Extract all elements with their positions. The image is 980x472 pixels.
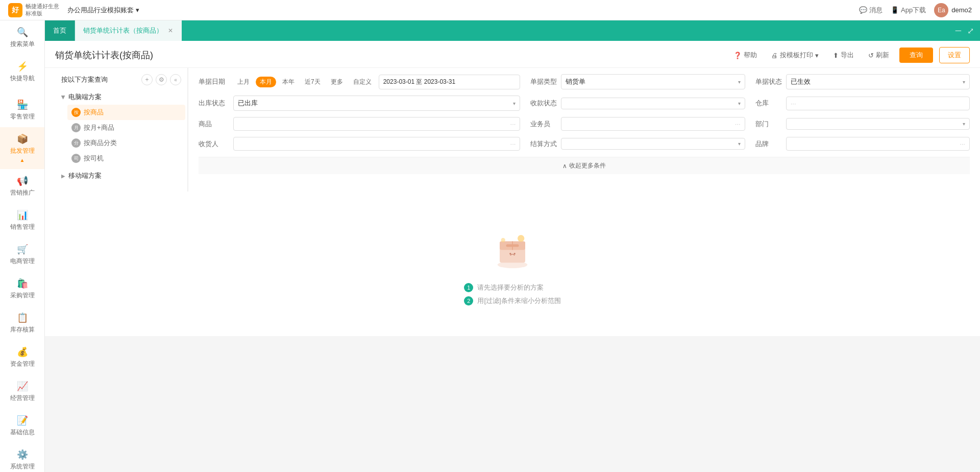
settings-button[interactable]: 设置: [939, 47, 970, 63]
docstatus-chevron-icon: ▾: [963, 79, 965, 85]
sidebar-item-basic[interactable]: 📝 基础信息: [0, 409, 44, 443]
date-pill-this-month[interactable]: 本月: [256, 77, 276, 87]
purchase-icon: 🛍️: [17, 278, 28, 289]
date-range-control[interactable]: 2023-03-01 至 2023-03-31: [379, 75, 521, 89]
basic-icon: 📝: [17, 415, 28, 426]
help-button[interactable]: ❓ 帮助: [729, 49, 761, 62]
sidebar-item-sales[interactable]: 📊 销售管理: [0, 203, 44, 238]
docstatus-control[interactable]: 已生效 ▾: [786, 74, 970, 89]
scheme-settings-button[interactable]: ⚙: [156, 74, 167, 85]
header-actions: ❓ 帮助 🖨 按模板打印 ▾ ⬆ 导出 ↺: [729, 47, 970, 63]
empty-hint-1: 1 请先选择要分析的方案: [464, 283, 560, 292]
download-action[interactable]: 📱 App下载: [891, 6, 926, 15]
brand-input[interactable]: ···: [786, 137, 970, 151]
chevron-down-icon: ▾: [136, 6, 139, 14]
scheme-panel: 按以下方案查询 + ⚙ «: [55, 68, 188, 192]
app-selector[interactable]: 办公用品行业模拟账套 ▾: [63, 4, 143, 17]
tree-child-by-driver[interactable]: 司 按司机: [67, 151, 185, 166]
sales-icon: 📊: [17, 209, 28, 221]
sidebar-item-inventory[interactable]: 📋 库存核算: [0, 306, 44, 340]
tree-child-label-driver: 按司机: [84, 154, 104, 163]
scheme-add-button[interactable]: +: [141, 74, 153, 85]
export-button[interactable]: ⬆ 导出: [829, 49, 858, 62]
goods-input[interactable]: ···: [233, 117, 520, 131]
tab-home[interactable]: 首页: [45, 20, 75, 41]
date-pill-last-month[interactable]: 上月: [233, 77, 254, 87]
filter-field-docstatus: 单据状态 已生效 ▾: [755, 74, 970, 89]
sidebar-item-finance[interactable]: 💰 资金管理: [0, 340, 44, 374]
settle-label: 结算方式: [530, 139, 561, 149]
sidebar-label-operations: 经营管理: [10, 394, 35, 403]
collapse-more-button[interactable]: ∧ 收起更多条件: [199, 157, 970, 174]
dept-chevron-icon: ▾: [963, 121, 965, 127]
scheme-month-icon: 月: [71, 123, 81, 132]
tree-parent-label-mobile: 移动端方案: [68, 171, 102, 180]
collect-control[interactable]: ▾: [561, 98, 745, 109]
filter-field-brand: 品牌 ···: [755, 137, 970, 151]
date-label: 单据日期: [199, 77, 229, 86]
sidebar-item-wholesale[interactable]: 📦 批发管理 ▲: [0, 127, 44, 169]
empty-hints: 1 请先选择要分析的方案 2 用[过滤]条件来缩小分析范围: [464, 283, 560, 305]
consignee-input[interactable]: ···: [233, 137, 520, 151]
scheme-collapse-button[interactable]: «: [170, 74, 181, 85]
filter-field-collect: 收款状态 ▾: [530, 98, 745, 109]
tree-child-by-category[interactable]: 分 按商品分类: [67, 135, 185, 151]
collect-chevron-icon: ▾: [738, 101, 741, 106]
dept-control[interactable]: ▾: [786, 118, 970, 130]
hint-text-2: 用[过滤]条件来缩小分析范围: [477, 296, 560, 305]
sidebar-item-system[interactable]: ⚙️ 系统管理: [0, 443, 44, 472]
brand-dots: ···: [960, 140, 965, 148]
sidebar-label-finance: 资金管理: [10, 360, 35, 368]
tree-child-by-goods[interactable]: 按 按商品: [67, 105, 185, 120]
tab-maximize-icon[interactable]: ⤢: [965, 24, 976, 38]
tab-close-icon[interactable]: ✕: [168, 27, 173, 34]
doctype-label: 单据类型: [530, 77, 561, 86]
print-icon: 🖨: [771, 52, 778, 59]
hint-num-2: 2: [464, 296, 473, 305]
date-pill-more[interactable]: 更多: [327, 77, 347, 87]
sidebar-item-operations[interactable]: 📈 经营管理: [0, 374, 44, 409]
doctype-control[interactable]: 销货单 ▾: [561, 74, 745, 89]
tree-parent-desktop[interactable]: ▶ 电脑端方案: [57, 89, 185, 105]
ecommerce-icon: 🛒: [17, 244, 28, 255]
page-title: 销货单统计计表(按商品): [55, 49, 153, 61]
message-icon: 💬: [859, 6, 867, 14]
query-button[interactable]: 查询: [899, 48, 933, 63]
sidebar-item-marketing[interactable]: 📢 营销推广: [0, 169, 44, 203]
sidebar-item-quicknav[interactable]: ⚡ 快捷导航: [0, 55, 44, 89]
stock-control[interactable]: 已出库 ▾: [233, 96, 520, 111]
date-range-value: 2023-03-01 至 2023-03-31: [383, 78, 455, 86]
tab-sales-stats[interactable]: 销货单统计计表（按商品） ✕: [75, 20, 182, 41]
refresh-button[interactable]: ↺ 刷新: [864, 49, 893, 62]
warehouse-control[interactable]: ···: [786, 97, 970, 110]
date-pill-7days[interactable]: 近7天: [301, 77, 325, 87]
sidebar-item-search[interactable]: 🔍 搜索菜单: [0, 20, 44, 55]
tab-minimize-icon[interactable]: ─: [953, 24, 963, 37]
logo-text: 畅捷通好生意 标准版: [26, 3, 59, 16]
message-action[interactable]: 💬 消息: [859, 6, 883, 15]
sidebar-label-wholesale: 批发管理: [10, 147, 35, 155]
settle-control[interactable]: ▾: [561, 138, 745, 150]
filter-field-warehouse: 仓库 ···: [755, 97, 970, 110]
tree-child-label-category: 按商品分类: [84, 138, 117, 148]
user-info[interactable]: Ea demo2: [934, 3, 972, 17]
finance-icon: 💰: [17, 346, 28, 358]
sidebar-item-ecommerce[interactable]: 🛒 电商管理: [0, 238, 44, 272]
sidebar-item-retail[interactable]: 🏪 零售管理: [0, 93, 44, 127]
sidebar-item-purchase[interactable]: 🛍️ 采购管理: [0, 272, 44, 306]
print-button[interactable]: 🖨 按模板打印 ▾: [767, 49, 823, 62]
download-icon: 📱: [891, 6, 899, 14]
logo-area: 好 畅捷通好生意 标准版: [8, 3, 59, 17]
date-pills: 上月 本月 本年 近7天 更多 自定义: [233, 77, 376, 87]
sidebar-label-inventory: 库存核算: [10, 325, 35, 334]
date-pill-custom[interactable]: 自定义: [349, 77, 376, 87]
stock-value: 已出库: [238, 99, 258, 108]
doctype-value: 销货单: [566, 77, 585, 86]
tabbar: 首页 销货单统计计表（按商品） ✕ ─ ⤢: [45, 20, 980, 41]
tree-child-by-month-goods[interactable]: 月 按月+商品: [67, 120, 185, 135]
tree-parent-mobile[interactable]: ▶ 移动端方案: [57, 168, 185, 183]
salesperson-input[interactable]: ···: [561, 117, 745, 131]
refresh-icon: ↺: [868, 52, 874, 59]
date-pill-this-year[interactable]: 本年: [278, 77, 299, 87]
filter-field-dept: 部门 ▾: [755, 118, 970, 130]
